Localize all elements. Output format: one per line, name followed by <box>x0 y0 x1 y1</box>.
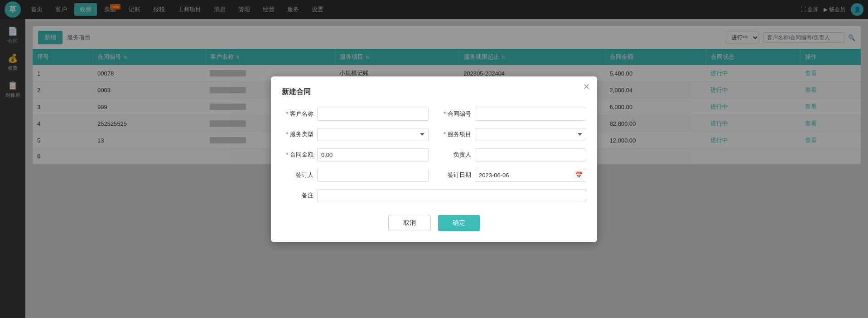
form-row-service-type: 服务类型 <box>282 128 429 141</box>
client-name-input[interactable] <box>317 108 429 121</box>
form-row-remark: 备注 <box>282 189 586 202</box>
client-name-label: 客户名称 <box>282 110 313 118</box>
dialog-title: 新建合同 <box>282 87 586 97</box>
form-row-client: 客户名称 <box>282 108 429 121</box>
service-type-label: 服务类型 <box>282 130 313 138</box>
contract-no-label: 合同编号 <box>439 110 471 118</box>
form-row-sign-date: 签订日期 📅 <box>439 169 586 182</box>
contract-no-input[interactable] <box>475 108 586 121</box>
form-row-amount: 合同金额 <box>282 148 429 161</box>
form-row-service-item: 服务项目 <box>439 128 586 141</box>
form-row-contract-no: 合同编号 <box>439 108 586 121</box>
responsible-label: 负责人 <box>439 151 471 159</box>
responsible-input[interactable] <box>475 148 586 161</box>
signer-label: 签订人 <box>282 171 313 179</box>
confirm-button[interactable]: 确定 <box>438 215 480 231</box>
dialog: 新建合同 ✕ 客户名称 合同编号 服务类型 服务项目 合 <box>271 76 597 242</box>
form-grid: 客户名称 合同编号 服务类型 服务项目 合同金额 负责人 <box>282 108 586 202</box>
form-row-signer: 签订人 <box>282 169 429 182</box>
calendar-icon[interactable]: 📅 <box>575 171 583 179</box>
sign-date-wrapper: 📅 <box>475 169 586 182</box>
service-item-label: 服务项目 <box>439 130 471 138</box>
signer-input[interactable] <box>317 169 429 182</box>
remark-input[interactable] <box>317 189 586 202</box>
remark-label: 备注 <box>282 191 313 199</box>
dialog-close-button[interactable]: ✕ <box>583 83 590 91</box>
overlay: 新建合同 ✕ 客户名称 合同编号 服务类型 服务项目 合 <box>0 0 868 318</box>
sign-date-input[interactable] <box>475 169 586 182</box>
amount-input[interactable] <box>317 148 429 161</box>
dialog-footer: 取消 确定 <box>282 215 586 231</box>
cancel-button[interactable]: 取消 <box>388 215 431 231</box>
form-row-responsible: 负责人 <box>439 148 586 161</box>
service-type-select[interactable] <box>317 128 429 141</box>
amount-label: 合同金额 <box>282 151 313 159</box>
sign-date-label: 签订日期 <box>439 171 471 179</box>
service-item-select[interactable] <box>475 128 586 141</box>
